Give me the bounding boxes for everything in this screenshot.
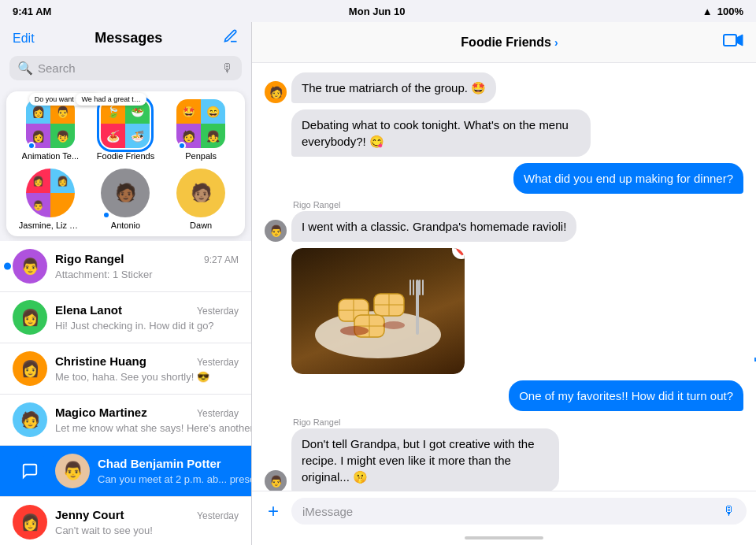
penpals-label: Penpals: [185, 151, 217, 161]
jenny-avatar: 👩: [13, 505, 47, 539]
antonio-avatar: 🧑🏾: [101, 169, 150, 217]
sidebar-header: Edit Messages: [0, 22, 251, 53]
search-bar[interactable]: 🔍 Search 🎙: [9, 56, 242, 80]
antonio-persona: 🧑🏾: [101, 169, 150, 217]
pinned-item-antonio[interactable]: 🧑🏾 Antonio: [92, 169, 159, 230]
home-indicator: [252, 531, 756, 545]
foodie-friends-avatar: 🍃 🥗 🍝 🍜: [101, 99, 150, 148]
chad-compose-icon: [13, 454, 47, 488]
pinned-highlight: Do you want to review all the rend... 👩 …: [6, 91, 245, 236]
svg-marker-1: [736, 35, 743, 46]
pinned-row-2: 👩 👩 👨 Jasmine, Liz & Rigo 🧑🏾: [13, 169, 239, 230]
conv-item-chad[interactable]: 👨 Chad Benjamin Potter Can you meet at 2…: [0, 446, 251, 497]
penpals-unread-badge: [178, 142, 186, 150]
msg-image-m5: ❤️: [291, 248, 465, 374]
dawn-persona: 🧑🏽: [176, 169, 225, 217]
ravioli-image: ❤️: [291, 248, 465, 374]
elena-time: Yesterday: [197, 306, 239, 317]
elena-preview: Hi! Just checking in. How did it go?: [55, 320, 214, 332]
msg-row-m5: ❤️: [291, 248, 743, 374]
message-input[interactable]: iMessage 🎙: [291, 498, 747, 525]
chat-header: Foodie Friends ›: [252, 22, 756, 63]
rigo-emoji: 👨: [20, 257, 40, 276]
plus-icon: +: [268, 500, 279, 522]
chad-emoji: 👨: [62, 461, 83, 481]
magico-avatar: 🧑: [13, 402, 47, 437]
conv-item-magico[interactable]: 🧑 Magico Martinez Yesterday Let me know …: [0, 395, 251, 446]
christine-preview: Me too, haha. See you shortly! 😎: [55, 371, 209, 383]
search-placeholder: Search: [38, 61, 217, 75]
svg-rect-16: [413, 280, 414, 295]
compose-button[interactable]: [223, 28, 239, 48]
magico-top: Magico Martinez Yesterday: [55, 406, 239, 419]
conv-item-elena[interactable]: 👩 Elena Lanot Yesterday Hi! Just checkin…: [0, 292, 251, 343]
status-day: Mon Jun 10: [349, 6, 406, 17]
video-call-button[interactable]: [723, 32, 743, 52]
add-attachment-button[interactable]: +: [261, 499, 285, 523]
msg-bubble-m7: Don't tell Grandpa, but I got creative w…: [291, 428, 559, 491]
rigo-top: Rigo Rangel 9:27 AM: [55, 252, 239, 265]
chad-name: Chad Benjamin Potter: [98, 457, 221, 470]
rigo-unread-dot: [4, 263, 11, 270]
status-indicators: ▲ 100%: [702, 6, 743, 17]
magico-content: Magico Martinez Yesterday Let me know wh…: [55, 406, 239, 435]
pinned-item-animation-team[interactable]: Do you want to review all the rend... 👩 …: [17, 99, 83, 161]
pinned-item-jasmine[interactable]: 👩 👩 👨 Jasmine, Liz & Rigo: [17, 169, 83, 230]
elena-avatar: 👩: [13, 300, 47, 335]
rigo-avatar: 👨: [13, 249, 47, 284]
ravioli-svg: [299, 256, 457, 366]
pinned-row-1: Do you want to review all the rend... 👩 …: [13, 99, 239, 161]
msg-avatar-m7: 👨: [265, 470, 287, 491]
conv-item-jenny[interactable]: 👩 Jenny Court Yesterday Can't wait to se…: [0, 497, 251, 545]
msg-bubble-m1: The true matriarch of the group. 🤩: [291, 72, 496, 103]
pinned-item-penpals[interactable]: 🤩 😄 🧑 👧 Penpals: [168, 99, 235, 161]
input-mic-icon[interactable]: 🎙: [723, 504, 736, 518]
svg-point-13: [383, 321, 405, 329]
elena-name: Elena Lanot: [55, 303, 122, 317]
msg-sender-m7: Rigo Rangel: [293, 417, 743, 427]
mic-icon: 🎙: [221, 61, 234, 76]
magico-preview: Let me know what she says! Here's anothe…: [55, 422, 251, 434]
rigo-name: Rigo Rangel: [55, 252, 124, 265]
messages-area: 🧑 The true matriarch of the group. 🤩 Deb…: [252, 63, 756, 491]
magico-name: Magico Martinez: [55, 406, 147, 419]
msg-bubble-m3: What did you end up making for dinner?: [513, 163, 743, 194]
jenny-top: Jenny Court Yesterday: [55, 508, 239, 521]
msg-row-m1: 🧑 The true matriarch of the group. 🤩: [265, 72, 743, 103]
christine-name: Christine Huang: [55, 354, 146, 368]
sidebar-title: Messages: [35, 30, 223, 46]
msg-bubble-m2: Debating what to cook tonight. What's on…: [291, 109, 591, 157]
jasmine-avatar: 👩 👩 👨: [26, 169, 75, 217]
msg-row-m7: 👨 Don't tell Grandpa, but I got creative…: [265, 428, 743, 491]
antonio-label: Antonio: [111, 221, 140, 230]
chat-title[interactable]: Foodie Friends ›: [461, 35, 558, 50]
animation-team-label: Animation Te...: [22, 151, 80, 161]
jenny-content: Jenny Court Yesterday Can't wait to see …: [55, 508, 239, 537]
christine-content: Christine Huang Yesterday Me too, haha. …: [55, 354, 239, 384]
msg-group-m7: Rigo Rangel 👨 Don't tell Grandpa, but I …: [265, 417, 743, 491]
pinned-item-dawn[interactable]: 🧑🏽 Dawn: [168, 169, 235, 230]
conv-item-christine[interactable]: 👩 Christine Huang Yesterday Me too, haha…: [0, 343, 251, 395]
pinned-area: Do you want to review all the rend... 👩 …: [0, 87, 251, 241]
edit-button[interactable]: Edit: [13, 32, 35, 46]
antonio-unread-badge: [102, 211, 110, 219]
svg-rect-0: [724, 35, 736, 46]
chad-preview: Can you meet at 2 p.m. ab... presentatio…: [98, 473, 251, 485]
chat-title-text: Foodie Friends: [461, 35, 551, 50]
pinned-item-foodie-friends[interactable]: We had a great time. Home with... 🍃 🥗 🍝 …: [92, 99, 159, 161]
animation-unread-badge: [28, 142, 35, 150]
msg-bubble-m6: One of my favorites!! How did it turn ou…: [509, 380, 743, 411]
rigo-content: Rigo Rangel 9:27 AM Attachment: 1 Sticke…: [55, 252, 239, 281]
magico-time: Yesterday: [197, 408, 239, 419]
search-icon: 🔍: [17, 61, 33, 76]
penpals-avatar: 🤩 😄 🧑 👧: [176, 99, 225, 148]
dawn-avatar: 🧑🏽: [176, 169, 225, 217]
jenny-emoji: 👩: [20, 513, 40, 532]
sidebar: Edit Messages 🔍 Search 🎙: [0, 22, 252, 545]
christine-emoji: 👩: [20, 359, 40, 378]
imessage-placeholder: iMessage: [302, 505, 353, 518]
conv-item-rigo[interactable]: 👨 Rigo Rangel 9:27 AM Attachment: 1 Stic…: [0, 241, 251, 292]
status-bar: 9:41 AM Mon Jun 10 ▲ 100%: [0, 0, 756, 22]
main-layout: Edit Messages 🔍 Search 🎙: [0, 22, 756, 545]
rigo-time: 9:27 AM: [204, 254, 239, 265]
